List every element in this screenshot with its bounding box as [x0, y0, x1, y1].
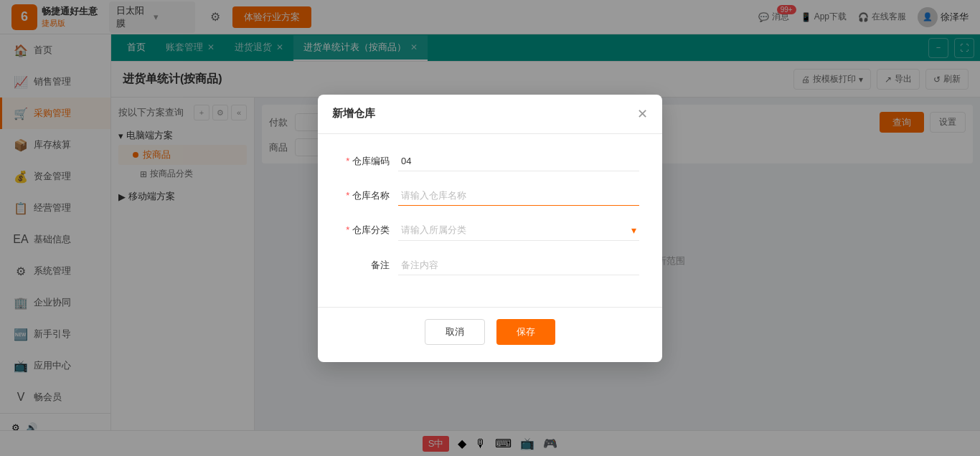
input-remark[interactable]: [398, 255, 639, 275]
form-label-warehouse-code: * 仓库编码: [341, 155, 398, 168]
required-mark: *: [346, 190, 349, 201]
select-input-warehouse-category[interactable]: [401, 224, 631, 235]
form-row-warehouse-code: * 仓库编码: [341, 151, 639, 171]
modal-overlay: 新增仓库 ✕ * 仓库编码* 仓库名称* 仓库分类 ▾ 备注 取消 保存: [0, 0, 980, 456]
select-wrap-warehouse-category[interactable]: ▾: [398, 220, 639, 241]
add-warehouse-modal: 新增仓库 ✕ * 仓库编码* 仓库名称* 仓库分类 ▾ 备注 取消 保存: [318, 95, 662, 362]
form-row-remark: 备注: [341, 255, 639, 275]
modal-title: 新增仓库: [332, 107, 637, 120]
form-label-warehouse-name: * 仓库名称: [341, 189, 398, 202]
required-mark: *: [346, 156, 349, 166]
modal-header: 新增仓库 ✕: [318, 95, 662, 134]
cancel-button[interactable]: 取消: [425, 319, 485, 345]
input-warehouse-name[interactable]: [398, 186, 639, 206]
required-mark: *: [346, 224, 349, 235]
form-label-remark: 备注: [341, 259, 398, 272]
form-row-warehouse-name: * 仓库名称: [341, 186, 639, 206]
modal-body: * 仓库编码* 仓库名称* 仓库分类 ▾ 备注: [318, 134, 662, 307]
modal-close-button[interactable]: ✕: [637, 106, 648, 122]
save-button[interactable]: 保存: [496, 319, 555, 345]
form-label-warehouse-category: * 仓库分类: [341, 224, 398, 237]
form-row-warehouse-category: * 仓库分类 ▾: [341, 220, 639, 241]
input-warehouse-code[interactable]: [398, 151, 639, 171]
modal-footer: 取消 保存: [318, 307, 662, 362]
dropdown-arrow-warehouse-category: ▾: [631, 224, 636, 236]
